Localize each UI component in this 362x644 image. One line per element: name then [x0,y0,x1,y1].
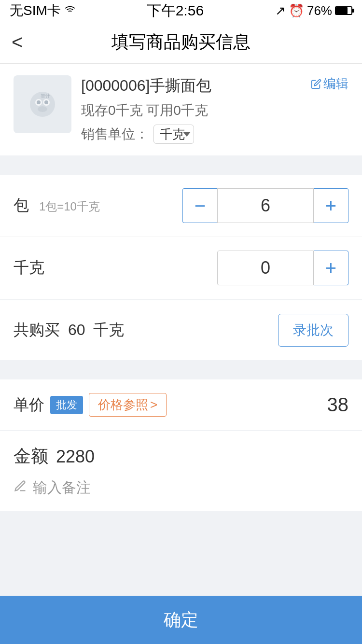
total-text: 共购买 60 千克 [14,320,124,341]
amount-section: 金额 2280 输入备注 [0,431,362,511]
product-image: 智计 [14,75,71,133]
product-stock: 现存0千克 可用0千克 [81,101,348,120]
package-hint: 1包=10千克 [39,200,100,213]
product-unit: 销售单位： 千克 包 箱 [81,125,348,144]
nav-bar: < 填写商品购买信息 [0,21,362,64]
remark-row[interactable]: 输入备注 [14,478,348,498]
edit-button[interactable]: 编辑 [311,75,348,92]
status-bar: 无SIM卡 下午2:56 ↗ ⏰ 76% [0,0,362,21]
separator-1 [0,165,362,175]
package-decrement-button[interactable]: − [182,188,217,223]
pencil-icon [14,479,27,496]
back-button[interactable]: < [12,31,23,53]
price-type-tag: 批发 [50,396,83,414]
kilogram-increment-button[interactable]: + [314,251,348,285]
kilogram-row: 千克 + [0,237,362,299]
battery-label: 76% [307,3,332,18]
kilogram-label: 千克 [14,257,217,279]
svg-text:智计: 智计 [41,93,50,98]
carrier-label: 无SIM卡 [10,1,61,20]
package-row: 包 1包=10千克 − + [0,175,362,237]
price-label: 单价 [14,394,44,416]
amount-label: 金额 [14,445,48,468]
wifi-icon [65,3,75,18]
kilogram-input[interactable] [217,251,314,285]
battery-icon [335,6,352,15]
package-controls: − + [182,188,348,223]
price-reference-button[interactable]: 价格参照 > [89,393,167,417]
status-right: ↗ ⏰ 76% [275,3,352,18]
product-section: 智计 [0000006]手撕面包 编辑 现存0千克 可用0千克 销售单位： 千克… [0,64,362,155]
confirm-button[interactable]: 确定 [0,596,362,644]
unit-select[interactable]: 千克 包 箱 [153,125,194,144]
package-increment-button[interactable]: + [314,188,348,223]
price-row: 单价 批发 价格参照 > 38 [14,393,348,417]
location-icon: ↗ [275,3,286,18]
status-left: 无SIM卡 [10,1,75,20]
product-header: [0000006]手撕面包 编辑 [81,75,348,97]
price-section: 单价 批发 价格参照 > 38 [0,379,362,430]
separator-2 [0,370,362,379]
qty-section: 包 1包=10千克 − + 千克 + [0,175,362,299]
svg-point-4 [44,100,48,104]
package-input[interactable] [217,188,314,223]
amount-row: 金额 2280 [14,445,348,468]
remark-label: 输入备注 [33,478,91,498]
price-left: 单价 批发 价格参照 > [14,393,167,417]
product-name: [0000006]手撕面包 [81,75,211,97]
svg-point-5 [38,106,47,112]
record-batch-button[interactable]: 录批次 [278,314,348,347]
price-value: 38 [327,394,349,416]
product-info: [0000006]手撕面包 编辑 现存0千克 可用0千克 销售单位： 千克 包 … [81,75,348,144]
package-label: 包 1包=10千克 [14,195,182,216]
page-title: 填写商品购买信息 [111,30,251,54]
kilogram-controls: + [217,251,348,285]
total-amount: 60 [68,321,85,338]
svg-point-3 [37,100,41,104]
amount-value: 2280 [56,447,95,467]
status-time: 下午2:56 [147,1,204,21]
alarm-icon: ⏰ [289,3,304,18]
total-section: 共购买 60 千克 录批次 [0,300,362,360]
